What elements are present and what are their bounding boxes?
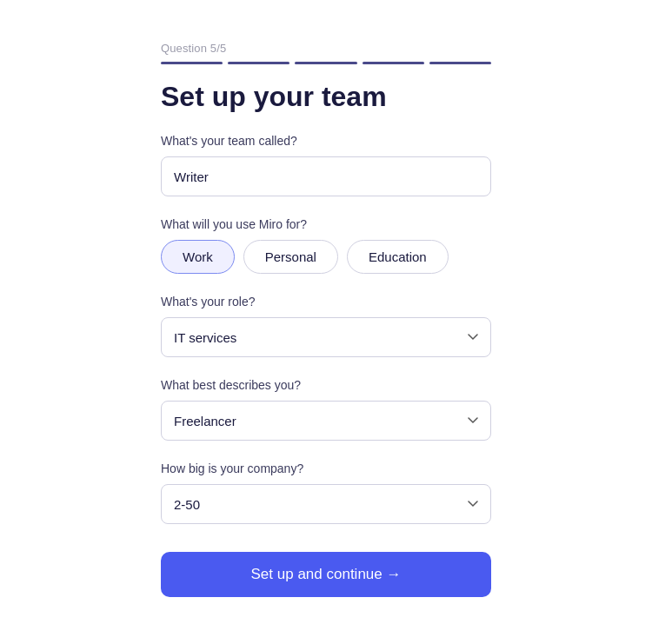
description-select[interactable]: Freelancer Employee Student Manager Othe… [161, 401, 491, 441]
description-label: What best describes you? [161, 378, 491, 392]
progress-bars [161, 62, 491, 64]
question-label: Question 5/5 [161, 42, 491, 55]
toggle-personal[interactable]: Personal [243, 240, 338, 274]
submit-label: Set up and continue → [251, 566, 402, 583]
use-for-toggle-group: Work Personal Education [161, 240, 491, 274]
role-section: What's your role? IT services Design Eng… [161, 295, 491, 357]
progress-bar-2 [228, 62, 289, 64]
toggle-work[interactable]: Work [161, 240, 235, 274]
company-size-label: How big is your company? [161, 461, 491, 475]
progress-bar-4 [363, 62, 424, 64]
role-label: What's your role? [161, 295, 491, 309]
team-name-label: What's your team called? [161, 134, 491, 148]
form-wrapper: Question 5/5 Set up your team What's you… [161, 42, 491, 597]
role-select[interactable]: IT services Design Engineering Marketing… [161, 317, 491, 357]
submit-button[interactable]: Set up and continue → [161, 552, 491, 597]
page-title: Set up your team [161, 80, 491, 113]
description-section: What best describes you? Freelancer Empl… [161, 378, 491, 441]
progress-bar-3 [295, 62, 356, 64]
progress-bar-5 [429, 62, 491, 64]
use-for-label: What will you use Miro for? [161, 217, 491, 231]
company-size-select[interactable]: 1 2-50 51-200 201-1000 1000+ [161, 484, 491, 524]
team-name-section: What's your team called? [161, 134, 491, 196]
company-size-section: How big is your company? 1 2-50 51-200 2… [161, 461, 491, 524]
team-name-input[interactable] [161, 156, 491, 196]
page-container: Question 5/5 Set up your team What's you… [0, 0, 652, 644]
use-for-section: What will you use Miro for? Work Persona… [161, 217, 491, 274]
progress-bar-1 [161, 62, 223, 64]
toggle-education[interactable]: Education [347, 240, 449, 274]
